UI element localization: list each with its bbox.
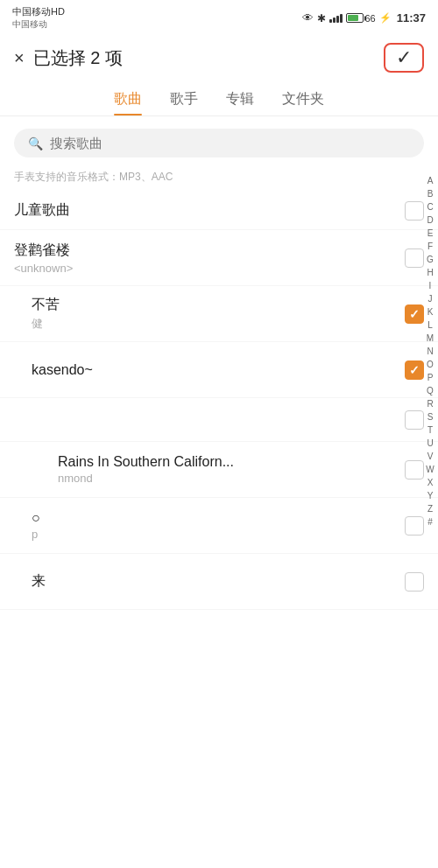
alpha-index-item[interactable]: J [428,293,433,305]
close-button[interactable]: × [14,49,25,66]
song-checkbox[interactable] [405,410,424,430]
song-info: Rains In Southern Californ... nmond [14,454,396,485]
list-item: 登鹳雀楼 <unknown> [0,230,438,286]
alpha-index-item[interactable]: I [429,280,432,292]
tab-folders[interactable]: 文件夹 [282,90,324,116]
song-artist: <unknown> [14,262,396,275]
charge-icon: ⚡ [379,12,392,24]
status-right: 👁 ✱ 66 ⚡ 11:37 [302,11,427,24]
tab-albums[interactable]: 专辑 [226,90,254,116]
alpha-index-item[interactable]: Q [427,385,434,397]
song-info: kasendo~ [14,362,396,378]
status-bar: 中国移动HD 中国移动 👁 ✱ 66 ⚡ 11:37 [0,0,438,34]
format-hint: 手表支持的音乐格式：MP3、AAC [0,166,438,192]
song-checkbox[interactable] [405,360,424,380]
search-bar[interactable]: 🔍 [14,129,424,158]
list-item [0,398,438,442]
list-item: kasendo~ [0,342,438,398]
confirm-button-wrapper[interactable]: ✓ [384,43,424,73]
list-item: 来 [0,554,438,610]
alpha-index-item[interactable]: O [427,359,434,371]
alpha-index-item[interactable]: T [427,424,433,437]
header-left: × 已选择 2 项 [14,46,123,70]
alpha-index-item[interactable]: M [427,332,434,345]
alpha-index-item[interactable]: U [427,438,433,450]
alpha-index-item[interactable]: F [427,241,433,253]
song-checkbox[interactable] [405,516,424,536]
header: × 已选择 2 项 ✓ [0,34,438,81]
alpha-index-item[interactable]: A [427,175,434,187]
alpha-index-item[interactable]: G [427,254,434,266]
confirm-button[interactable]: ✓ [396,46,412,68]
alpha-index-item[interactable]: N [427,346,433,358]
alpha-index-item[interactable]: B [427,188,434,200]
song-list: 儿童歌曲 登鹳雀楼 <unknown> 不苦 健 kasendo~ [0,192,438,610]
carrier-bottom: 中国移动 [12,18,65,31]
selection-title: 已选择 2 项 [33,46,123,70]
alpha-index-item[interactable]: R [427,398,433,410]
alpha-index-item[interactable]: L [427,319,433,332]
alpha-index-item[interactable]: H [427,267,433,279]
list-item: Rains In Southern Californ... nmond [0,442,438,498]
alpha-index-item[interactable]: V [427,451,434,463]
alpha-index-item[interactable]: X [427,477,434,489]
alpha-index-item[interactable]: S [427,411,434,424]
song-checkbox[interactable] [405,248,424,268]
alpha-index-item[interactable]: # [427,516,433,528]
song-checkbox[interactable] [405,572,424,592]
song-info: 来 [14,572,396,591]
song-title: 不苦 [32,296,396,314]
song-info: ○ p [14,510,396,541]
song-checkbox[interactable] [405,460,424,480]
alpha-index-item[interactable]: P [427,372,434,384]
alpha-index-item[interactable]: D [427,214,433,227]
bluetooth-icon: ✱ [317,12,326,24]
list-item: ○ p [0,498,438,554]
tab-artists[interactable]: 歌手 [170,90,198,116]
tab-bar: 歌曲 歌手 专辑 文件夹 [0,81,438,116]
search-input[interactable] [50,136,410,150]
song-title: 登鹳雀楼 [14,242,396,260]
song-artist: 健 [32,316,396,332]
alpha-index-item[interactable]: Z [427,503,433,515]
battery-level: 66 [365,13,376,24]
time-display: 11:37 [397,11,426,24]
carrier-top: 中国移动HD [12,5,65,18]
song-checkbox[interactable] [405,201,424,220]
alpha-index-item[interactable]: E [427,228,434,240]
carrier-info: 中国移动HD 中国移动 [12,5,65,31]
song-title: Rains In Southern Californ... [58,454,396,470]
signal-icon [329,14,343,23]
alpha-index-item[interactable]: W [426,464,434,476]
song-info: 登鹳雀楼 <unknown> [14,242,396,275]
alpha-index-sidebar: ABCDEFGHIJKLMNOPQRSTUVWXYZ# [422,175,438,528]
tab-songs[interactable]: 歌曲 [114,90,142,116]
eye-icon: 👁 [302,11,314,24]
song-title: 儿童歌曲 [14,201,396,220]
list-item: 不苦 健 [0,286,438,342]
song-title: kasendo~ [32,362,396,378]
list-item: 儿童歌曲 [0,192,438,230]
song-title: ○ [32,510,396,526]
song-info: 不苦 健 [14,296,396,332]
alpha-index-item[interactable]: Y [427,490,434,502]
song-artist: p [32,528,396,541]
battery-indicator: 66 [346,13,376,24]
song-info: 儿童歌曲 [14,201,396,220]
song-title: 来 [32,572,396,591]
search-icon: 🔍 [28,136,43,150]
alpha-index-item[interactable]: C [427,201,433,214]
song-checkbox[interactable] [405,304,424,324]
alpha-index-item[interactable]: K [427,306,434,318]
song-artist: nmond [58,472,396,485]
